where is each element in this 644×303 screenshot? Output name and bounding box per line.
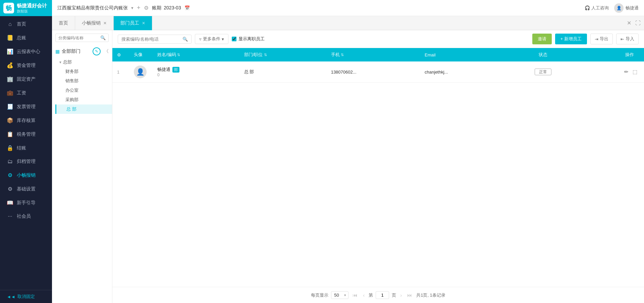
calendar-icon[interactable]: 📅 bbox=[184, 5, 190, 10]
toolbar-right: 邀请 + 新增员工 ⇥ 导出 ⇤ 导入 bbox=[532, 34, 639, 44]
tab-expand-btn[interactable]: ⛶ bbox=[635, 20, 641, 26]
dept-parent-head[interactable]: 总部 bbox=[55, 57, 112, 67]
dept-child-finance[interactable]: 财务部 bbox=[55, 67, 112, 76]
logo-text-block: 畅捷通好会计 旗舰版 bbox=[17, 3, 47, 14]
col-name[interactable]: 姓名/编码 ⇅ bbox=[153, 48, 239, 61]
cell-avatar: 👤 bbox=[129, 61, 153, 83]
logo-area: 畅 畅捷通好会计 旗舰版 bbox=[0, 0, 52, 16]
sidebar-item-more[interactable]: ··· 社会员 bbox=[0, 210, 52, 223]
sidebar-item-ledger[interactable]: 📒 总账 bbox=[0, 31, 52, 45]
sort-phone-icon: ⇅ bbox=[341, 53, 344, 57]
sidebar-item-reports[interactable]: 📊 云报表中心 bbox=[0, 45, 52, 58]
assets-mgmt-icon: 💰 bbox=[7, 62, 13, 69]
dept-search-icon[interactable]: 🔍 bbox=[100, 35, 106, 40]
show-resigned-label[interactable]: 显示离职员工 bbox=[232, 36, 265, 42]
tab-home-label: 首页 bbox=[59, 20, 68, 26]
sidebar-item-archive[interactable]: 🗂 归档管理 bbox=[0, 155, 52, 168]
period-area: 账期 2023-03 bbox=[152, 5, 181, 11]
dept-child-head[interactable]: 总 部 bbox=[55, 104, 112, 114]
settings-icon[interactable]: ⚙ bbox=[144, 5, 149, 11]
sort-dept-icon: ⇅ bbox=[264, 53, 267, 57]
delete-button[interactable]: ⬚ bbox=[633, 69, 637, 75]
support-label: 人工咨询 bbox=[591, 5, 609, 11]
export-icon: ⇥ bbox=[595, 37, 598, 42]
employee-toolbar: 🔍 ▿ 更多条件 ▾ 显示离职员工 邀请 + 新增员工 ⇥ 导出 bbox=[112, 30, 644, 48]
filter-button[interactable]: ▿ 更多条件 ▾ bbox=[195, 34, 228, 44]
tab-close-btn[interactable]: ✕ bbox=[627, 20, 631, 26]
sidebar-label-reports: 云报表中心 bbox=[17, 49, 40, 55]
page-size-label: 每页显示 bbox=[311, 292, 328, 298]
action-buttons: ✏ ⬚ bbox=[583, 69, 637, 75]
sidebar-item-salary[interactable]: 💼 工资 bbox=[0, 86, 52, 100]
filter-icon: ▿ bbox=[199, 37, 202, 42]
headset-icon: 🎧 bbox=[585, 5, 590, 10]
dept-edit-button[interactable]: ✎ bbox=[93, 47, 101, 55]
sidebar-item-assets-mgmt[interactable]: 💰 资金管理 bbox=[0, 58, 52, 72]
tab-dept-close[interactable]: ✕ bbox=[142, 21, 145, 26]
employee-search-input[interactable] bbox=[121, 37, 180, 42]
cell-name: 畅捷通 部 0 bbox=[153, 61, 239, 83]
reports-icon: 📊 bbox=[7, 48, 13, 55]
dept-child-sales[interactable]: 销售部 bbox=[55, 76, 112, 86]
support-button[interactable]: 🎧 人工咨询 bbox=[585, 5, 609, 11]
cell-no: 1 bbox=[112, 61, 129, 83]
add-company-icon[interactable]: + bbox=[137, 4, 141, 11]
dept-search-input[interactable] bbox=[58, 36, 98, 40]
sidebar-item-checkout[interactable]: 🔒 结账 bbox=[0, 141, 52, 155]
sidebar-item-xiaochang[interactable]: ⚙ 小畅报销 bbox=[0, 168, 52, 182]
edit-button[interactable]: ✏ bbox=[624, 69, 629, 75]
tab-home[interactable]: 首页 bbox=[52, 16, 75, 30]
dept-collapse-icon[interactable]: 《 bbox=[104, 48, 109, 54]
sidebar-pin-toggle[interactable]: ◄◄ 取消固定 bbox=[0, 290, 52, 303]
dept-panel: 🔍 ▦ 全部部门 ✎ 《 总部 财务部 销售部 办公室 采购部 总 部 bbox=[52, 30, 112, 303]
sidebar-item-tax[interactable]: 📋 税务管理 bbox=[0, 127, 52, 141]
tab-xiaochang[interactable]: 小畅报销 ✕ bbox=[75, 16, 114, 30]
invite-button[interactable]: 邀请 bbox=[532, 34, 552, 44]
tab-xiaochang-close[interactable]: ✕ bbox=[103, 21, 107, 26]
col-status: 状态 bbox=[508, 48, 578, 61]
add-employee-button[interactable]: + 新增员工 bbox=[555, 34, 587, 44]
app-sub: 旗舰版 bbox=[17, 9, 47, 14]
sidebar-item-inventory[interactable]: 📦 库存核算 bbox=[0, 114, 52, 127]
main-area: 江西服宝精品有限责任公司内账张 ▾ + ⚙ 账期 2023-03 📅 🎧 人工咨… bbox=[52, 0, 644, 303]
page-last-btn[interactable]: ⏭ bbox=[406, 292, 414, 298]
topbar-right: 🎧 人工咨询 👤 畅捷通 bbox=[585, 3, 639, 13]
fixed-assets-icon: 🏢 bbox=[7, 76, 13, 82]
sidebar-item-home[interactable]: ⌂ 首页 bbox=[0, 17, 52, 31]
sidebar-item-invoice[interactable]: 🧾 发票管理 bbox=[0, 100, 52, 114]
dept-child-office[interactable]: 办公室 bbox=[55, 86, 112, 95]
sidebar-item-basic-settings[interactable]: ⚙ 基础设置 bbox=[0, 182, 52, 196]
invoice-icon: 🧾 bbox=[7, 103, 13, 110]
company-name: 江西服宝精品有限责任公司内账张 bbox=[57, 5, 128, 11]
export-button[interactable]: ⇥ 导出 bbox=[590, 34, 613, 44]
employee-table: ⚙ 头像 姓名/编码 ⇅ 部门/职位 ⇅ bbox=[112, 48, 644, 83]
page-first-btn[interactable]: ⏮ bbox=[351, 292, 359, 298]
col-phone[interactable]: 手机 ⇅ bbox=[326, 48, 420, 61]
dept-child-purchase[interactable]: 采购部 bbox=[55, 95, 112, 104]
sidebar-label-fixed-assets: 固定资产 bbox=[17, 76, 36, 82]
col-settings[interactable]: ⚙ bbox=[112, 48, 129, 61]
show-resigned-checkbox[interactable] bbox=[232, 37, 236, 41]
dept-tree: 总部 财务部 销售部 办公室 采购部 总 部 bbox=[52, 57, 112, 114]
col-dept[interactable]: 部门/职位 ⇅ bbox=[239, 48, 326, 61]
import-button[interactable]: ⇤ 导入 bbox=[616, 34, 639, 44]
dept-all-item[interactable]: ▦ 全部部门 ✎ 《 bbox=[52, 45, 112, 57]
page-size-select[interactable]: 20 50 100 bbox=[331, 291, 348, 299]
page-size-wrapper: 20 50 100 bbox=[331, 291, 348, 299]
cell-action: ✏ ⬚ bbox=[578, 61, 644, 83]
sidebar-item-guide[interactable]: 📖 新手引导 bbox=[0, 196, 52, 210]
employee-dept: 总 部 bbox=[244, 69, 254, 74]
company-dropdown-icon[interactable]: ▾ bbox=[131, 5, 133, 10]
sidebar-label-inventory: 库存核算 bbox=[17, 118, 36, 124]
sidebar-label-salary: 工资 bbox=[17, 90, 26, 96]
page-input[interactable] bbox=[376, 291, 389, 299]
page-prev-btn[interactable]: ‹ bbox=[362, 292, 366, 298]
tab-dept[interactable]: 部门员工 ✕ bbox=[114, 16, 152, 30]
dept-search-box[interactable]: 🔍 bbox=[55, 34, 109, 42]
table-header-row: ⚙ 头像 姓名/编码 ⇅ 部门/职位 ⇅ bbox=[112, 48, 644, 61]
page-next-btn[interactable]: › bbox=[399, 292, 403, 298]
user-menu[interactable]: 👤 畅捷通 bbox=[614, 3, 639, 13]
search-icon[interactable]: 🔍 bbox=[182, 37, 188, 42]
employee-search-box[interactable]: 🔍 bbox=[118, 35, 192, 44]
sidebar-item-fixed-assets[interactable]: 🏢 固定资产 bbox=[0, 72, 52, 86]
